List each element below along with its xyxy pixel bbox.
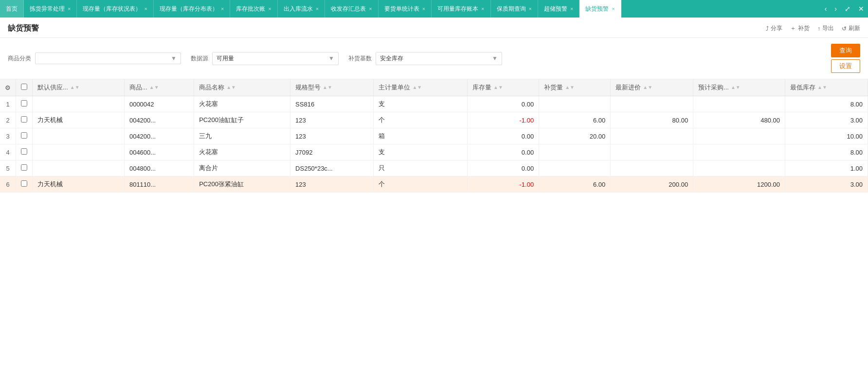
cell-replenish-qty [539, 144, 611, 160]
nav-tab-11[interactable]: 缺货预警 × [579, 0, 621, 18]
filter-datasource-label: 数据源 [191, 54, 208, 63]
sort-icon-code[interactable]: ▲▼ [149, 85, 159, 90]
nav-tab-3-close[interactable]: × [221, 6, 224, 12]
row-checkbox[interactable] [21, 100, 27, 106]
nav-tab-8[interactable]: 可用量库存账本 × [432, 0, 490, 18]
cell-stock-qty: 0.00 [468, 144, 539, 160]
action-export[interactable]: ↑ 导出 [817, 24, 834, 33]
filter-replenish-select[interactable]: 安全库存 ▼ [376, 52, 502, 65]
sort-icon-supplier[interactable]: ▲▼ [70, 85, 80, 90]
th-estimated-purchase-label: 预计采购... [698, 83, 729, 92]
nav-tab-11-label: 缺货预警 [585, 5, 609, 13]
table-row: 5 004800... 离合片 DS250*23c... 只 0.00 1.00 [0, 160, 868, 176]
th-product-code: 商品... ▲▼ [124, 79, 194, 96]
action-supplement[interactable]: ＋ 补货 [790, 24, 810, 33]
sort-icon-spec[interactable]: ▲▼ [323, 85, 332, 90]
nav-tab-6-close[interactable]: × [369, 6, 372, 12]
nav-tab-10-close[interactable]: × [570, 6, 573, 12]
nav-tab-8-close[interactable]: × [481, 6, 484, 12]
nav-tab-9-close[interactable]: × [529, 6, 532, 12]
sort-icon-purchase[interactable]: ▲▼ [731, 85, 741, 90]
sort-icon-unit[interactable]: ▲▼ [412, 85, 422, 90]
sort-icon-price[interactable]: ▲▼ [643, 85, 652, 90]
table-row: 2 力天机械 004200... PC200油缸缸子 123 个 -1.00 6… [0, 112, 868, 128]
th-min-stock: 最低库存 ▲▼ [785, 79, 868, 96]
row-checkbox[interactable] [21, 116, 27, 123]
filter-group-datasource: 数据源 可用量 ▼ [191, 52, 339, 65]
filter-replenish-value: 安全库存 [380, 54, 403, 63]
filter-category-select[interactable]: ▼ [35, 53, 181, 64]
cell-stock-qty: 0.00 [468, 128, 539, 144]
nav-tab-1-close[interactable]: × [68, 6, 71, 12]
sort-icon-replenish[interactable]: ▲▼ [565, 85, 575, 90]
row-number: 5 [0, 160, 16, 176]
nav-tab-2-label: 现存量（库存状况表） [83, 5, 141, 13]
nav-tab-5-close[interactable]: × [316, 6, 319, 12]
nav-tab-2[interactable]: 现存量（库存状况表） × [77, 0, 153, 18]
cell-product-name: 三九 [194, 128, 290, 144]
cell-supplier [33, 160, 125, 176]
th-stock-qty-label: 库存量 [472, 83, 491, 92]
cell-latest-price [611, 128, 693, 144]
cell-product-code: 801110... [124, 176, 194, 193]
nav-arrow-left[interactable]: ‹ [821, 5, 831, 13]
setting-button[interactable]: 设置 [831, 59, 860, 73]
nav-tab-5[interactable]: 出入库流水 × [278, 0, 325, 18]
nav-tab-6[interactable]: 收发存汇总表 × [325, 0, 378, 18]
top-nav: 首页 拣货异常处理 × 现存量（库存状况表） × 现存量（库存分布表） × 库存… [0, 0, 868, 18]
row-checkbox[interactable] [21, 148, 27, 155]
sort-icon-min-stock[interactable]: ▲▼ [817, 85, 827, 90]
gear-icon[interactable]: ⚙ [5, 84, 11, 91]
header-actions: ⤴ 分享 ＋ 补货 ↑ 导出 ↺ 刷新 [766, 24, 860, 33]
row-number: 3 [0, 128, 16, 144]
nav-tab-4-label: 库存批次账 [236, 5, 265, 13]
nav-arrow-right[interactable]: › [831, 5, 841, 13]
filter-datasource-select[interactable]: 可用量 ▼ [212, 52, 339, 65]
cell-stock-qty: -1.00 [468, 176, 539, 193]
cell-spec: 123 [290, 128, 374, 144]
filter-group-replenish: 补货基数 安全库存 ▼ [348, 52, 502, 65]
nav-tab-home-label: 首页 [6, 5, 18, 13]
filter-area: 商品分类 ▼ 数据源 可用量 ▼ 补货基数 安全库存 ▼ 查询 设置 [0, 38, 868, 79]
nav-tab-2-close[interactable]: × [144, 6, 147, 12]
nav-tab-home[interactable]: 首页 [0, 0, 24, 18]
cell-unit: 支 [374, 96, 468, 112]
nav-tab-10[interactable]: 超储预警 × [538, 0, 579, 18]
sort-icon-name[interactable]: ▲▼ [226, 85, 236, 90]
cell-estimated-purchase [693, 96, 785, 112]
nav-arrows: ‹ › ⤢ ✕ [821, 5, 868, 13]
select-all-checkbox[interactable] [21, 84, 27, 90]
sort-icon-stock[interactable]: ▲▼ [493, 85, 503, 90]
row-checkbox-cell [16, 160, 33, 176]
nav-tab-6-label: 收发存汇总表 [331, 5, 366, 13]
action-supplement-label: 补货 [798, 24, 810, 33]
th-checkbox [16, 79, 33, 96]
query-button[interactable]: 查询 [831, 44, 860, 57]
nav-close-all[interactable]: ✕ [854, 5, 868, 13]
nav-tab-11-close[interactable]: × [612, 6, 615, 12]
row-checkbox[interactable] [21, 180, 27, 187]
action-refresh[interactable]: ↺ 刷新 [842, 24, 860, 33]
cell-supplier: 力天机械 [33, 112, 125, 128]
cell-product-code: 004200... [124, 128, 194, 144]
nav-tab-4-close[interactable]: × [268, 6, 271, 12]
nav-tab-7-close[interactable]: × [422, 6, 425, 12]
row-number: 1 [0, 96, 16, 112]
row-checkbox[interactable] [21, 164, 27, 171]
nav-expand[interactable]: ⤢ [841, 5, 854, 13]
page-header: 缺货预警 ⤴ 分享 ＋ 补货 ↑ 导出 ↺ 刷新 [0, 18, 868, 38]
cell-min-stock: 10.00 [785, 128, 868, 144]
nav-tab-4[interactable]: 库存批次账 × [230, 0, 277, 18]
nav-tab-10-label: 超储预警 [544, 5, 567, 13]
action-share[interactable]: ⤴ 分享 [766, 24, 782, 33]
nav-tab-1[interactable]: 拣货异常处理 × [24, 0, 77, 18]
cell-replenish-qty: 6.00 [539, 112, 611, 128]
nav-tab-3[interactable]: 现存量（库存分布表） × [154, 0, 230, 18]
nav-tab-9[interactable]: 保质期查询 × [491, 0, 538, 18]
cell-supplier [33, 144, 125, 160]
cell-supplier [33, 128, 125, 144]
th-latest-price-label: 最新进价 [615, 83, 641, 92]
row-checkbox-cell [16, 144, 33, 160]
row-checkbox[interactable] [21, 132, 27, 139]
nav-tab-7[interactable]: 要货单统计表 × [379, 0, 432, 18]
